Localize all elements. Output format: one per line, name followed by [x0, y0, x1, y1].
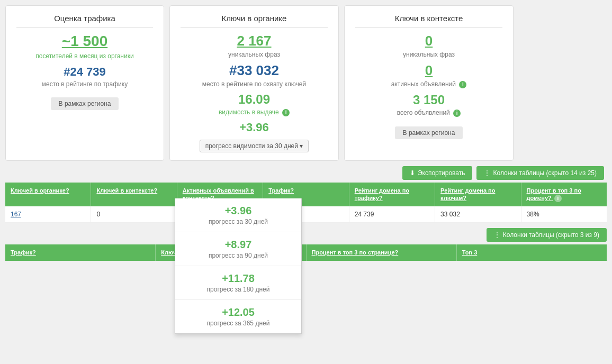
table-row: 167 0 0 1 500 24 739 33 032 38% — [5, 206, 607, 223]
traffic-sub-label: посетителей в месяц из органики — [16, 52, 153, 61]
dropdown-label-180: прогресс за 180 дней — [186, 286, 291, 293]
visibility-info-icon[interactable]: i — [282, 109, 290, 116]
th2-ton3[interactable]: Ton 3 — [457, 244, 607, 260]
context-unique-count[interactable]: 0 — [355, 33, 502, 49]
td-context-keys: 0 — [91, 206, 177, 222]
td-domain-traffic: 24 739 — [349, 206, 435, 222]
organic-visibility: 16.09 — [181, 92, 328, 107]
card-context: Ключи в контексте 0 уникальных фраз 0 ак… — [344, 5, 514, 161]
progress-dropdown-btn[interactable]: прогресс видимости за 30 дней ▾ — [200, 140, 309, 152]
table2-toolbar: ⋮ Колонки таблицы (скрыто 3 из 9) — [5, 228, 607, 242]
table1-header: Ключей в органике? Ключей в контексте? А… — [5, 183, 607, 206]
export-icon: ⬇ — [410, 169, 415, 177]
context-card-title: Ключи в контексте — [355, 14, 502, 28]
dropdown-label-30: прогресс за 30 дней — [186, 218, 291, 225]
ton3-label: Ton 3 — [462, 249, 478, 256]
dropdown-value-30: +3.96 — [186, 205, 291, 217]
card-organic: Ключи в органике 2 167 уникальных фраз #… — [169, 5, 339, 161]
columns-btn[interactable]: ⋮ Колонки таблицы (скрыто 14 из 25) — [476, 166, 604, 180]
main-container: Оценка трафика ~1 500 посетителей в меся… — [0, 0, 612, 364]
context-active-ads-label: активных объявлений i — [355, 80, 502, 88]
traffic-rating-number: #24 739 — [16, 65, 153, 79]
progress-dropdown-menu: +3.96 прогресс за 30 дней +8.97 прогресс… — [175, 198, 302, 334]
context-total-ads-label: всего объявлений i — [355, 109, 502, 117]
table2-header: Трафик? Ключей в органике Процент в топ … — [5, 244, 607, 260]
th2-top3-page[interactable]: Процент в топ 3 по странице? — [307, 244, 457, 260]
export-btn[interactable]: ⬇ Экспортировать — [402, 166, 473, 180]
organic-rating-number: #33 032 — [181, 62, 328, 79]
table2-area: ⋮ Колонки таблицы (скрыто 3 из 9) Трафик… — [5, 228, 607, 260]
context-unique-label: уникальных фраз — [355, 51, 502, 58]
organic-unique-count[interactable]: 2 167 — [181, 33, 328, 49]
th-top3-domain[interactable]: Процент в топ 3 по домену? i — [521, 183, 607, 206]
td-top3-domain: 38% — [521, 206, 607, 222]
columns2-icon: ⋮ — [494, 231, 500, 239]
dropdown-item-30[interactable]: +3.96 прогресс за 30 дней — [175, 198, 301, 232]
dropdown-item-180[interactable]: +11.78 прогресс за 180 дней — [175, 266, 301, 300]
organic-card-title: Ключи в органике — [181, 14, 328, 28]
th-context-keys[interactable]: Ключей в контексте? — [91, 183, 177, 206]
dropdown-item-90[interactable]: +8.97 прогресс за 90 дней — [175, 232, 301, 266]
dropdown-value-365: +12.05 — [186, 306, 291, 319]
traffic-region-btn[interactable]: В рамках региона — [51, 97, 119, 110]
traffic-big-number[interactable]: ~1 500 — [16, 33, 153, 50]
th-domain-keys[interactable]: Рейтинг домена по ключам? — [435, 183, 521, 206]
organic-progress: +3.96 — [181, 121, 328, 134]
dropdown-item-365[interactable]: +12.05 прогресс за 365 дней — [175, 300, 301, 333]
traffic-rating-label: место в рейтинге по трафику — [16, 80, 153, 88]
th-domain-traffic[interactable]: Рейтинг домена по трафику? — [349, 183, 435, 206]
table1-toolbar: ⬇ Экспортировать ⋮ Колонки таблицы (скры… — [5, 166, 607, 180]
traffic-card-title: Оценка трафика — [16, 14, 153, 28]
columns2-btn[interactable]: ⋮ Колонки таблицы (скрыто 3 из 9) — [487, 228, 607, 242]
organic-unique-label: уникальных фраз — [181, 51, 328, 58]
dropdown-label-90: прогресс за 90 дней — [186, 252, 291, 259]
total-ads-info-icon[interactable]: i — [453, 110, 461, 117]
table1-area: ⬇ Экспортировать ⋮ Колонки таблицы (скры… — [5, 166, 607, 223]
td-organic-keys[interactable]: 167 — [5, 206, 91, 222]
card-traffic: Оценка трафика ~1 500 посетителей в меся… — [5, 5, 164, 161]
dropdown-value-90: +8.97 — [186, 239, 291, 251]
organic-visibility-label: видимость в выдаче i — [181, 108, 328, 116]
organic-rating-label: место в рейтинге по охвату ключей — [181, 80, 328, 88]
context-total-ads: 3 150 — [355, 93, 502, 107]
context-region-btn[interactable]: В рамках региона — [395, 126, 463, 139]
context-active-ads[interactable]: 0 — [355, 62, 502, 79]
dropdown-value-180: +11.78 — [186, 272, 291, 285]
columns-icon: ⋮ — [484, 169, 490, 177]
th2-traffic[interactable]: Трафик? — [5, 244, 156, 260]
top3-info-icon[interactable]: i — [554, 195, 562, 202]
th-organic-keys[interactable]: Ключей в органике? — [5, 183, 91, 206]
td-domain-keys: 33 032 — [435, 206, 521, 222]
active-ads-info-icon[interactable]: i — [459, 81, 466, 88]
dropdown-label-365: прогресс за 365 дней — [186, 320, 291, 327]
cards-row: Оценка трафика ~1 500 посетителей в меся… — [0, 0, 612, 161]
